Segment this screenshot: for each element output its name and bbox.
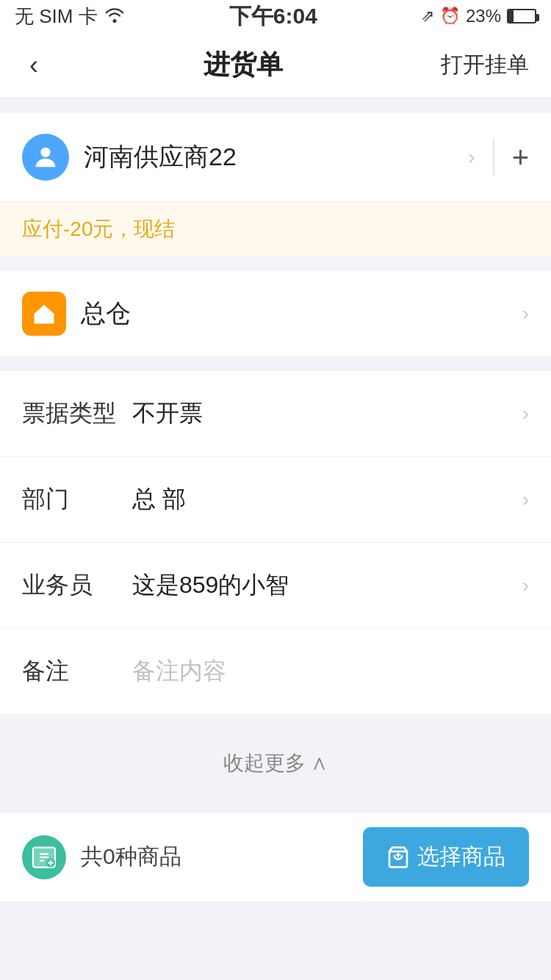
salesperson-row[interactable]: 业务员 这是859的小智 ›	[0, 543, 551, 629]
salesperson-chevron-icon: ›	[522, 574, 529, 597]
remark-row[interactable]: 备注 备注内容	[0, 629, 551, 714]
collapse-label: 收起更多 ∧	[223, 749, 328, 777]
alarm-icon: ⏰	[440, 7, 460, 26]
department-chevron-icon: ›	[522, 488, 529, 511]
supplier-row[interactable]: 河南供应商22 › +	[0, 113, 551, 202]
status-bar-right: ⇗ ⏰ 23%	[421, 6, 536, 26]
invoice-type-value: 不开票	[125, 397, 522, 430]
warehouse-section[interactable]: 总仓 ›	[0, 271, 551, 356]
supplier-avatar	[22, 134, 69, 181]
department-row[interactable]: 部门 总 部 ›	[0, 457, 551, 543]
notice-banner: 应付-20元，现结	[0, 202, 551, 256]
carrier-text: 无 SIM 卡	[15, 4, 98, 29]
supplier-chevron-icon: ›	[468, 145, 475, 169]
supplier-name: 河南供应商22	[84, 140, 468, 174]
content: 河南供应商22 › + 应付-20元，现结 总仓 › 票据类型 不开票	[0, 113, 551, 980]
gray-fill-area	[0, 901, 551, 980]
status-bar: 无 SIM 卡 下午6:04 ⇗ ⏰ 23%	[0, 0, 551, 32]
collapse-row[interactable]: 收起更多 ∧	[0, 729, 551, 798]
warehouse-chevron-icon: ›	[522, 302, 529, 325]
department-value: 总 部	[125, 483, 522, 516]
remark-input[interactable]: 备注内容	[125, 655, 529, 688]
salesperson-value: 这是859的小智	[125, 569, 522, 602]
battery-text: 23%	[466, 6, 501, 26]
supplier-section: 河南供应商22 › + 应付-20元，现结	[0, 113, 551, 256]
invoice-type-label: 票据类型	[22, 397, 125, 430]
nav-bar: ‹ 进货单 打开挂单	[0, 32, 551, 98]
supplier-divider	[493, 139, 494, 176]
select-product-label: 选择商品	[417, 842, 505, 872]
svg-rect-1	[41, 316, 48, 324]
salesperson-label: 业务员	[22, 569, 125, 602]
wifi-icon	[104, 5, 126, 28]
open-pending-button[interactable]: 打开挂单	[441, 50, 529, 80]
svg-point-0	[40, 148, 50, 157]
warehouse-row[interactable]: 总仓 ›	[0, 271, 551, 356]
page-title: 进货单	[204, 47, 283, 83]
notice-text: 应付-20元，现结	[22, 217, 175, 240]
product-count-text: 共0种商品	[81, 842, 363, 872]
battery-icon	[507, 9, 536, 24]
back-button[interactable]: ‹	[22, 43, 46, 88]
warehouse-name: 总仓	[81, 297, 522, 331]
status-bar-left: 无 SIM 卡	[15, 4, 126, 29]
add-supplier-button[interactable]: +	[512, 141, 529, 174]
status-bar-time: 下午6:04	[229, 1, 317, 32]
location-icon: ⇗	[421, 7, 434, 26]
invoice-type-row[interactable]: 票据类型 不开票 ›	[0, 371, 551, 457]
product-count-icon	[22, 835, 66, 879]
invoice-type-chevron-icon: ›	[522, 402, 529, 425]
warehouse-icon	[22, 292, 66, 336]
cart-icon	[386, 846, 410, 869]
select-product-button[interactable]: 选择商品	[363, 827, 529, 887]
remark-label: 备注	[22, 655, 125, 688]
form-section: 票据类型 不开票 › 部门 总 部 › 业务员 这是859的小智 › 备注 备注…	[0, 371, 551, 714]
bottom-bar: 共0种商品 选择商品	[0, 813, 551, 901]
department-label: 部门	[22, 483, 125, 516]
